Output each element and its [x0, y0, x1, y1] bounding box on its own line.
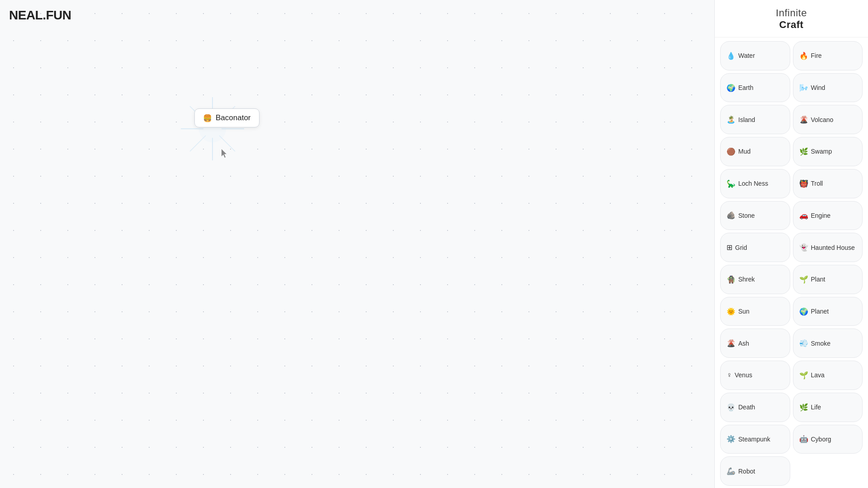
cyborg-emoji: 🤖 [799, 435, 808, 443]
swamp-label: Swamp [811, 148, 832, 155]
sidebar-title-bottom: Craft [724, 19, 859, 31]
haunted-house-emoji: 👻 [799, 243, 808, 252]
craft-canvas[interactable]: 🍔 Baconator [0, 0, 714, 488]
starburst-effect [176, 93, 249, 165]
sun-emoji: 🌞 [726, 307, 736, 316]
baconator-element[interactable]: 🍔 Baconator [194, 108, 259, 127]
smoke-emoji: 💨 [799, 339, 808, 347]
troll-label: Troll [811, 180, 823, 187]
water-label: Water [738, 52, 755, 59]
grid-label: Grid [735, 244, 747, 251]
sidebar-item-earth[interactable]: 🌍Earth [720, 73, 790, 103]
sidebar-item-wind[interactable]: 🌬️Wind [793, 73, 863, 103]
earth-label: Earth [738, 84, 753, 91]
sidebar-items-list: 💧Water🔥Fire🌍Earth🌬️Wind🏝️Island🌋Volcano🟤… [715, 38, 868, 488]
sidebar-item-island[interactable]: 🏝️Island [720, 105, 790, 134]
earth-emoji: 🌍 [726, 84, 736, 92]
sidebar-item-ash[interactable]: 🌋Ash [720, 328, 790, 358]
sidebar-item-mud[interactable]: 🟤Mud [720, 137, 790, 166]
sidebar-item-shrek[interactable]: 🧌Shrek [720, 265, 790, 294]
death-label: Death [738, 404, 755, 411]
sidebar-item-robot[interactable]: 🦾Robot [720, 456, 790, 486]
sidebar-item-loch-ness[interactable]: 🦕Loch Ness [720, 169, 790, 198]
plant-label: Plant [811, 276, 826, 283]
sidebar-item-swamp[interactable]: 🌿Swamp [793, 137, 863, 166]
baconator-label: Baconator [216, 113, 251, 122]
lava-label: Lava [811, 371, 825, 379]
sidebar-item-cyborg[interactable]: 🤖Cyborg [793, 425, 863, 454]
sidebar-item-water[interactable]: 💧Water [720, 41, 790, 70]
svg-line-7 [219, 136, 235, 151]
water-emoji: 💧 [726, 52, 736, 60]
troll-emoji: 👹 [799, 179, 808, 188]
stone-emoji: 🪨 [726, 211, 736, 220]
sidebar-item-volcano[interactable]: 🌋Volcano [793, 105, 863, 134]
steampunk-label: Steampunk [738, 436, 770, 443]
shrek-label: Shrek [738, 276, 755, 283]
cyborg-label: Cyborg [811, 436, 831, 443]
sidebar-item-fire[interactable]: 🔥Fire [793, 41, 863, 70]
baconator-emoji: 🍔 [203, 114, 212, 122]
volcano-emoji: 🌋 [799, 115, 808, 124]
planet-emoji: 🌍 [799, 307, 808, 316]
mud-emoji: 🟤 [726, 147, 736, 156]
life-label: Life [811, 404, 821, 411]
venus-emoji: ♀️ [726, 371, 732, 379]
sidebar-item-planet[interactable]: 🌍Planet [793, 297, 863, 326]
fire-label: Fire [811, 52, 822, 59]
sidebar-item-smoke[interactable]: 💨Smoke [793, 328, 863, 358]
swamp-emoji: 🌿 [799, 147, 808, 156]
sidebar-item-haunted-house[interactable]: 👻Haunted House [793, 233, 863, 262]
smoke-label: Smoke [811, 340, 831, 347]
grid-emoji: ⊞ [726, 243, 732, 252]
island-emoji: 🏝️ [726, 115, 736, 124]
sidebar-title-top: Infinite [724, 7, 859, 19]
engine-emoji: 🚗 [799, 211, 808, 220]
sidebar-item-plant[interactable]: 🌱Plant [793, 265, 863, 294]
sidebar-item-engine[interactable]: 🚗Engine [793, 201, 863, 230]
sidebar-item-lava[interactable]: 🌱Lava [793, 361, 863, 390]
robot-emoji: 🦾 [726, 467, 736, 475]
sidebar-item-death[interactable]: 💀Death [720, 393, 790, 422]
haunted-house-label: Haunted House [811, 244, 855, 251]
fire-emoji: 🔥 [799, 52, 808, 60]
loch-ness-label: Loch Ness [738, 180, 768, 187]
robot-label: Robot [738, 468, 755, 475]
mouse-cursor [222, 149, 229, 158]
sun-label: Sun [738, 308, 750, 315]
sidebar-item-venus[interactable]: ♀️Venus [720, 361, 790, 390]
wind-emoji: 🌬️ [799, 84, 808, 92]
sidebar-item-sun[interactable]: 🌞Sun [720, 297, 790, 326]
lava-emoji: 🌱 [799, 371, 808, 380]
volcano-label: Volcano [811, 116, 834, 123]
sidebar-item-life[interactable]: 🌿Life [793, 393, 863, 422]
venus-label: Venus [735, 371, 752, 379]
wind-label: Wind [811, 84, 826, 91]
sidebar-item-stone[interactable]: 🪨Stone [720, 201, 790, 230]
mud-label: Mud [738, 148, 750, 155]
ash-emoji: 🌋 [726, 339, 736, 347]
sidebar-header: Infinite Craft [715, 0, 868, 38]
steampunk-emoji: ⚙️ [726, 435, 736, 443]
sidebar-item-steampunk[interactable]: ⚙️Steampunk [720, 425, 790, 454]
engine-label: Engine [811, 212, 831, 219]
stone-label: Stone [738, 212, 755, 219]
svg-line-6 [190, 136, 206, 151]
life-emoji: 🌿 [799, 403, 808, 412]
site-logo: NEAL.FUN [9, 8, 71, 23]
shrek-emoji: 🧌 [726, 275, 736, 284]
sidebar-item-troll[interactable]: 👹Troll [793, 169, 863, 198]
sidebar-item-grid[interactable]: ⊞Grid [720, 233, 790, 262]
planet-label: Planet [811, 308, 829, 315]
island-label: Island [738, 116, 755, 123]
death-emoji: 💀 [726, 403, 736, 412]
ash-label: Ash [738, 340, 749, 347]
sidebar-panel: Infinite Craft 💧Water🔥Fire🌍Earth🌬️Wind🏝️… [714, 0, 868, 488]
plant-emoji: 🌱 [799, 275, 808, 284]
loch-ness-emoji: 🦕 [726, 179, 736, 188]
